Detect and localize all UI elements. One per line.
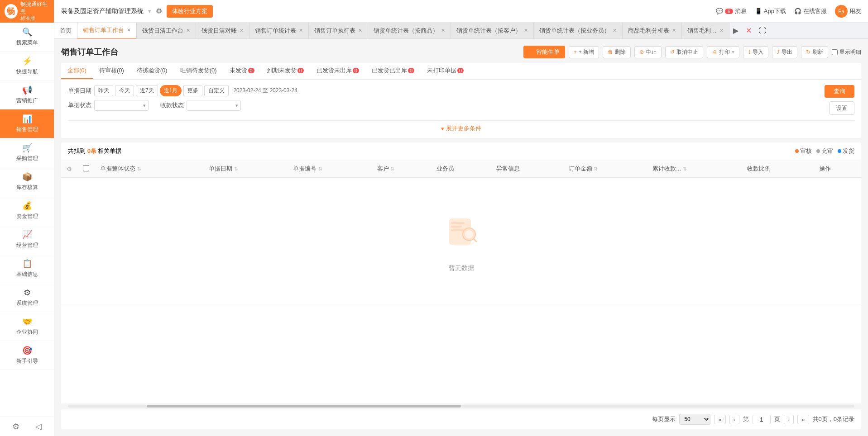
- tab-label-3: 钱货日清对账: [201, 27, 237, 35]
- tab-3[interactable]: 钱货日清对账✕: [196, 23, 249, 39]
- tab-7[interactable]: 销货单统计表（按客户）✕: [451, 23, 534, 39]
- print-btn[interactable]: 🖨 打印 ▾: [707, 46, 739, 58]
- show-detail-checkbox[interactable]: [832, 49, 838, 55]
- sidebar-item-2[interactable]: 📢 营销推广: [0, 81, 54, 109]
- tab-close-4[interactable]: ✕: [299, 28, 303, 33]
- sort-number-icon[interactable]: ⇅: [318, 166, 322, 171]
- next-page-btn[interactable]: ›: [784, 415, 794, 424]
- add-btn[interactable]: + + 新增: [569, 46, 599, 58]
- import-btn[interactable]: ⤵ 导入: [743, 46, 768, 58]
- tab-1[interactable]: 销售订单工作台✕: [77, 23, 137, 39]
- query-btn[interactable]: 查询: [825, 85, 854, 98]
- sidebar-item-11[interactable]: 🎯 新手引导: [0, 341, 54, 370]
- sort-status-icon[interactable]: ⇅: [137, 166, 141, 171]
- tab-5[interactable]: 销售订单执行表✕: [309, 23, 368, 39]
- tab-2[interactable]: 钱货日清工作台✕: [137, 23, 196, 39]
- page-input[interactable]: [753, 415, 771, 424]
- sidebar-bottom: ⚙ ◁: [0, 417, 54, 436]
- expand-more-btn[interactable]: ▾ 展开更多条件: [441, 124, 481, 133]
- sort-date-icon[interactable]: ⇅: [234, 166, 238, 171]
- sidebar-item-3[interactable]: 📊 销售管理: [0, 109, 54, 138]
- tab-label-0: 首页: [60, 27, 72, 35]
- headset-icon: 🎧: [794, 8, 801, 14]
- col-number: 单据编号 ⇅: [288, 160, 372, 178]
- refresh-btn[interactable]: ↻ 刷新: [801, 46, 828, 58]
- sidebar-item-9[interactable]: ⚙ 系统管理: [0, 283, 54, 312]
- tab-close-8[interactable]: ✕: [613, 28, 617, 33]
- tab-close-7[interactable]: ✕: [524, 28, 528, 33]
- tabbar-close-all[interactable]: ✕: [742, 26, 755, 35]
- app-download-btn[interactable]: 📱 App下载: [755, 7, 786, 15]
- collapse-icon[interactable]: ◁: [35, 422, 42, 431]
- sidebar-item-5[interactable]: 📦 库存核算: [0, 167, 54, 196]
- filter-tab-6[interactable]: 已发货未出库0: [310, 63, 365, 79]
- tab-close-3[interactable]: ✕: [240, 28, 244, 33]
- audit-action[interactable]: 审核: [795, 147, 812, 155]
- filter-tab-1[interactable]: 待审核(0): [93, 63, 130, 79]
- tabbar-expand[interactable]: ⛶: [755, 27, 770, 35]
- tab-6[interactable]: 销货单统计表（按商品）✕: [368, 23, 451, 39]
- sidebar-item-6[interactable]: 💰 资金管理: [0, 196, 54, 225]
- last-page-btn[interactable]: »: [797, 415, 809, 424]
- message-btn[interactable]: 💬 6 消息: [716, 7, 747, 15]
- sidebar-item-7[interactable]: 📈 经营管理: [0, 225, 54, 254]
- tab-8[interactable]: 销货单统计表（按业务员）✕: [534, 23, 623, 39]
- export-btn[interactable]: ⤴ 导出: [772, 46, 797, 58]
- sidebar-item-10[interactable]: 🤝 企业协同: [0, 312, 54, 341]
- filter-tab-5[interactable]: 到期未发货0: [261, 63, 310, 79]
- filter-form: 单据日期 昨天 今天 近7天 近1月 更多 自定义 2023-02-24 至 2…: [61, 80, 861, 138]
- topbar-settings-icon[interactable]: ⚙: [156, 7, 162, 15]
- setting-btn[interactable]: 设置: [829, 101, 854, 115]
- select-all-checkbox[interactable]: [83, 165, 89, 171]
- tab-4[interactable]: 销售订单统计表✕: [249, 23, 309, 39]
- filter-tab-2[interactable]: 待拣验货(0): [130, 63, 174, 79]
- tab-10[interactable]: 销售毛利…✕: [682, 23, 729, 39]
- today-btn[interactable]: 今天: [115, 85, 134, 96]
- filter-tab-8[interactable]: 未打印单据0: [421, 63, 470, 79]
- ship-action[interactable]: 发货: [838, 147, 854, 155]
- scrollbar-thumb[interactable]: [147, 405, 461, 408]
- gray-dot: [816, 149, 820, 153]
- more-btn[interactable]: 更多: [183, 85, 202, 96]
- stop-btn[interactable]: ⊘ 中止: [634, 46, 662, 58]
- sidebar-item-4[interactable]: 🛒 采购管理: [0, 138, 54, 167]
- status-select[interactable]: [94, 100, 149, 111]
- per-page-select[interactable]: 50 100 200: [679, 414, 710, 425]
- payment-select[interactable]: [187, 100, 241, 111]
- sort-amount-icon[interactable]: ⇅: [594, 166, 598, 171]
- user-profile[interactable]: Ea 用友: [835, 5, 861, 18]
- delete-btn[interactable]: 🗑 删除: [603, 46, 631, 58]
- smart-order-btn[interactable]: ★ 智能生单: [523, 46, 565, 58]
- filter-tab-3[interactable]: 旺铺待发货(0): [174, 63, 223, 79]
- tab-close-1[interactable]: ✕: [127, 27, 131, 33]
- sort-cumulative-icon[interactable]: ⇅: [683, 166, 687, 171]
- settings-icon[interactable]: ⚙: [12, 422, 19, 431]
- sidebar-label-8: 基础信息: [16, 270, 38, 278]
- industry-btn[interactable]: 体验行业方案: [167, 5, 213, 18]
- sort-customer-icon[interactable]: ⇅: [390, 166, 394, 171]
- tab-close-9[interactable]: ✕: [672, 28, 676, 33]
- tab-close-10[interactable]: ✕: [719, 28, 724, 33]
- filter-tab-7[interactable]: 已发货已出库0: [365, 63, 421, 79]
- week-btn[interactable]: 近7天: [136, 85, 158, 96]
- sidebar-item-8[interactable]: 📋 基础信息: [0, 254, 54, 283]
- sidebar-item-0[interactable]: 🔍 搜索菜单: [0, 23, 54, 52]
- tabbar-more-btn[interactable]: ▶: [729, 26, 742, 35]
- filter-tab-0[interactable]: 全部(0): [61, 63, 93, 79]
- month-btn[interactable]: 近1月: [160, 85, 182, 96]
- first-page-btn[interactable]: «: [714, 415, 725, 424]
- prev-page-btn[interactable]: ‹: [729, 415, 739, 424]
- tab-close-5[interactable]: ✕: [358, 28, 362, 33]
- filter-tab-4[interactable]: 未发货0: [223, 63, 261, 79]
- tab-9[interactable]: 商品毛利分析表✕: [623, 23, 682, 39]
- sidebar-item-1[interactable]: ⚡ 快捷导航: [0, 52, 54, 81]
- cancel-stop-btn[interactable]: ↺ 取消中止: [665, 46, 703, 58]
- settings-col-icon[interactable]: ⚙: [67, 166, 72, 172]
- custom-btn[interactable]: 自定义: [204, 85, 229, 96]
- undo-audit-action[interactable]: 充审: [816, 147, 833, 155]
- tab-close-6[interactable]: ✕: [441, 28, 445, 33]
- tab-0[interactable]: 首页: [54, 23, 77, 39]
- yesterday-btn[interactable]: 昨天: [94, 85, 113, 96]
- online-service-btn[interactable]: 🎧 在线客服: [794, 7, 827, 15]
- tab-close-2[interactable]: ✕: [186, 28, 190, 33]
